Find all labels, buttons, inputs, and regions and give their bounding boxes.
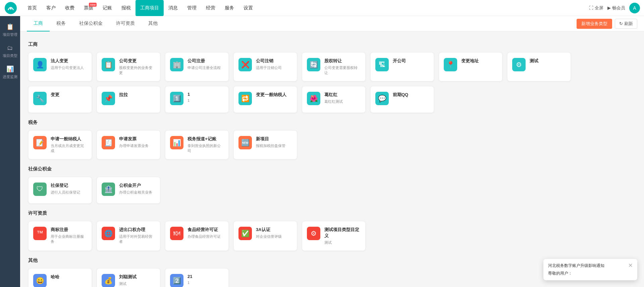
notif-close-button[interactable]: ✕	[628, 263, 633, 268]
refresh-button[interactable]: ↻ 刷新	[615, 19, 637, 29]
card-食品经营许可证[interactable]: 🍽 食品经营许可证 办理食品经营许可证	[165, 221, 229, 251]
card-icon: 💬	[375, 92, 389, 105]
main-content: 工商税务社保公积金许可资质其他 新增业务类型 ↻ 刷新 工商 👤 法人变更 适用…	[20, 16, 644, 287]
card-title: 葛红红	[324, 92, 361, 98]
card-text: 3A认证 对企业信誉评级	[256, 227, 292, 239]
card-title: 公积金开户	[119, 183, 155, 189]
card-1[interactable]: 1️⃣ 1 1	[165, 86, 229, 113]
nav-item-首页[interactable]: 首页	[23, 0, 42, 16]
card-desc: 办理食品经营许可证	[187, 234, 224, 239]
nav-item-报税[interactable]: 报税	[117, 0, 136, 16]
card-title: 公司变更	[119, 58, 155, 64]
avatar[interactable]: A	[629, 3, 640, 13]
nav-item-记账[interactable]: 记账	[98, 0, 117, 16]
nav-item-管理[interactable]: 管理	[182, 0, 201, 16]
card-text: 1 1	[187, 92, 224, 103]
sidebar: 📋项目管理🗂项目类型📊进度监测	[0, 16, 20, 287]
tab-工商[interactable]: 工商	[27, 16, 50, 31]
card-icon: 💰	[102, 274, 115, 287]
card-title: 开公司	[393, 58, 429, 64]
sidebar-item-项目类型[interactable]: 🗂项目类型	[0, 41, 20, 62]
card-title: 申请发票	[119, 136, 155, 142]
sidebar-item-项目管理[interactable]: 📋项目管理	[0, 19, 20, 41]
card-测试项目类型目定义[interactable]: ⚙ 测试项目类型目定义 测试	[302, 221, 366, 251]
fullscreen-btn[interactable]: ⛶ 全屏	[589, 5, 603, 11]
notification-popup: 河北税务数字账户升级影响通知 ✕ 尊敬的用户：	[543, 259, 637, 280]
card-哈哈[interactable]: 😄 哈哈	[28, 268, 92, 287]
sidebar-item-进度监测[interactable]: 📊进度监测	[0, 62, 20, 83]
nav-item-客户[interactable]: 客户	[42, 0, 60, 16]
section-title-社保公积金: 社保公积金	[28, 166, 636, 172]
card-text: 拉拉	[119, 92, 155, 99]
card-开公司[interactable]: 🏗 开公司	[370, 52, 434, 81]
card-申请发票[interactable]: 🧾 申请发票 办理申请发票业务	[97, 130, 160, 159]
card-进出口权办理[interactable]: 🌐 进出口权办理 适用于对外贸易经营者	[97, 221, 160, 251]
logo	[4, 1, 17, 15]
card-股权转让[interactable]: 🔄 股权转让 公司变更需要股权转让	[302, 52, 366, 81]
card-desc: 办理申请发票业务	[119, 143, 155, 148]
member-icon: ▶	[607, 5, 611, 10]
card-公司注册[interactable]: 🏢 公司注册 申请公司注册全流程	[165, 52, 229, 81]
nav-item-设置[interactable]: 设置	[239, 0, 258, 16]
card-text: 前期QQ	[393, 92, 429, 99]
nav-item-消息[interactable]: 消息	[164, 0, 182, 16]
card-icon: 🧾	[102, 136, 115, 149]
sidebar-icon: 📊	[6, 65, 14, 73]
nav-item-服务[interactable]: 服务	[220, 0, 239, 16]
card-text: 公司注册 申请公司注册全流程	[187, 58, 224, 70]
nav-item-票据[interactable]: 票据new	[79, 0, 98, 16]
card-申请一般纳税人[interactable]: 📝 申请一般纳税人 当月或次月成变更完成	[28, 130, 92, 159]
card-title: 测试	[530, 58, 566, 64]
fullscreen-icon: ⛶	[589, 5, 593, 10]
tab-社保公积金[interactable]: 社保公积金	[72, 16, 109, 31]
nav-item-收费[interactable]: 收费	[60, 0, 79, 16]
card-text: 21 1	[187, 274, 224, 285]
card-变更一般纳税人[interactable]: 🔁 变更一般纳税人	[233, 86, 297, 113]
card-变更地址[interactable]: 📍 变更地址	[439, 52, 502, 81]
card-新项目[interactable]: 🆕 新项目 报税加税控盘保管	[233, 130, 297, 159]
member-label: 畅会员	[612, 5, 625, 11]
card-text: 股权转让 公司变更需要股权转让	[324, 58, 361, 76]
member-btn[interactable]: ▶ 畅会员	[607, 5, 625, 11]
card-3A认证[interactable]: ✅ 3A认证 对企业信誉评级	[233, 221, 297, 251]
card-title: 股权转让	[324, 58, 361, 64]
card-title: 测试项目类型目定义	[324, 227, 361, 239]
card-社保登记[interactable]: 🛡 社保登记 进行人员社保登记	[28, 177, 92, 204]
new-type-button[interactable]: 新增业务类型	[577, 19, 612, 29]
notif-title: 河北税务数字账户升级影响通知	[548, 263, 604, 269]
card-desc: 适用于公司变更法人	[51, 65, 87, 70]
card-21[interactable]: 2️⃣ 21 1	[165, 268, 229, 287]
card-公司变更[interactable]: 📋 公司变更 股权变更外的业务变更	[97, 52, 160, 81]
card-title: 变更一般纳税人	[256, 92, 292, 98]
card-icon: ⚙	[307, 227, 320, 240]
card-变更[interactable]: 🔧 变更	[28, 86, 92, 113]
tab-bar: 工商税务社保公积金许可资质其他 新增业务类型 ↻ 刷新	[20, 16, 644, 31]
card-text: 税务报道+记账 拿到营业执照的新公司	[187, 136, 224, 154]
card-刘聪测试[interactable]: 💰 刘聪测试 测试	[97, 268, 160, 287]
card-测试[interactable]: ⚙ 测试	[507, 52, 571, 81]
card-税务报道+记账[interactable]: 📊 税务报道+记账 拿到营业执照的新公司	[165, 130, 229, 159]
card-icon: ❌	[238, 58, 252, 71]
card-葛红红[interactable]: 🌺 葛红红 葛红红测试	[302, 86, 366, 113]
card-前期QQ[interactable]: 💬 前期QQ	[370, 86, 434, 113]
tab-许可资质[interactable]: 许可资质	[109, 16, 142, 31]
nav-item-工商项目[interactable]: 工商项目	[136, 0, 164, 16]
card-title: 申请一般纳税人	[51, 136, 87, 142]
card-icon: 🏦	[102, 183, 115, 196]
card-公积金开户[interactable]: 🏦 公积金开户 办理公积金相关业务	[97, 177, 160, 204]
card-text: 变更一般纳税人	[256, 92, 292, 99]
card-公司注销[interactable]: ❌ 公司注销 适用于注销公司	[233, 52, 297, 81]
cards-grid-许可资质: ™ 商标注册 用于企业商标注册服务 🌐 进出口权办理 适用于对外贸易经营者 🍽 …	[28, 221, 636, 251]
sidebar-icon: 📋	[6, 23, 14, 31]
tab-其他[interactable]: 其他	[142, 16, 164, 31]
card-icon: ⚙	[512, 58, 526, 71]
tab-税务[interactable]: 税务	[50, 16, 72, 31]
nav-item-经营[interactable]: 经营	[201, 0, 220, 16]
card-icon: 📋	[102, 58, 115, 71]
card-法人变更[interactable]: 👤 法人变更 适用于公司变更法人	[28, 52, 92, 81]
card-icon: 🌺	[307, 92, 320, 105]
card-商标注册[interactable]: ™ 商标注册 用于企业商标注册服务	[28, 221, 92, 251]
card-title: 公司注册	[187, 58, 224, 64]
card-拉拉[interactable]: 📌 拉拉	[97, 86, 160, 113]
card-title: 拉拉	[119, 92, 155, 98]
